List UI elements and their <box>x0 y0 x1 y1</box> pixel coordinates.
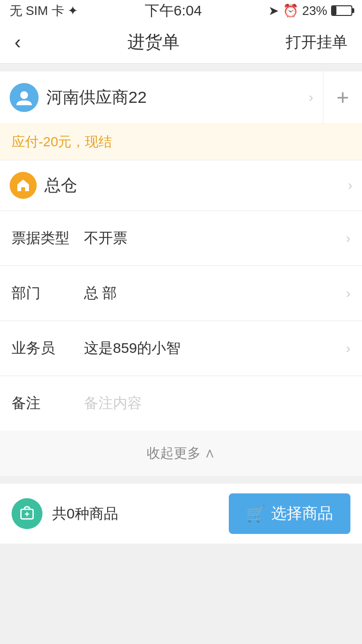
salesperson-value: 这是859的小智 <box>84 338 336 358</box>
collapse-button[interactable]: 收起更多 ∧ <box>0 431 362 476</box>
form-section: 票据类型 不开票 › 部门 总 部 › 业务员 这是859的小智 › 备注 备注… <box>0 211 362 431</box>
nav-bar: ‹ 进货单 打开挂单 <box>0 21 362 64</box>
select-product-label: 选择商品 <box>271 503 333 524</box>
remark-row[interactable]: 备注 备注内容 <box>0 376 362 431</box>
supplier-name: 河南供应商22 <box>46 86 301 109</box>
remark-value[interactable]: 备注内容 <box>84 393 350 413</box>
status-left: 无 SIM 卡 ✦ <box>10 2 78 19</box>
remark-label: 备注 <box>12 393 74 413</box>
warehouse-icon-bg <box>10 172 37 199</box>
user-icon <box>15 89 33 106</box>
svg-point-0 <box>20 91 28 99</box>
salesperson-label: 业务员 <box>12 338 74 358</box>
status-bar: 无 SIM 卡 ✦ 下午6:04 ➤ ⏰ 23% <box>0 0 362 21</box>
salesperson-row[interactable]: 业务员 这是859的小智 › <box>0 321 362 376</box>
invoice-type-value: 不开票 <box>84 228 336 248</box>
battery-percent: 23% <box>302 3 327 18</box>
battery-icon <box>331 5 352 16</box>
invoice-type-row[interactable]: 票据类型 不开票 › <box>0 211 362 266</box>
status-time: 下午6:04 <box>145 1 202 21</box>
supplier-chevron-icon: › <box>309 90 313 105</box>
select-product-button[interactable]: 🛒 选择商品 <box>229 493 350 534</box>
department-chevron-icon: › <box>346 286 350 301</box>
location-icon: ➤ <box>268 3 279 18</box>
notice-banner: 应付-20元，现结 <box>0 124 362 160</box>
department-row[interactable]: 部门 总 部 › <box>0 266 362 321</box>
alarm-icon: ⏰ <box>283 3 298 18</box>
supplier-selector[interactable]: 河南供应商22 › <box>0 71 323 124</box>
page-title: 进货单 <box>127 30 180 54</box>
home-icon <box>15 178 31 193</box>
warehouse-name: 总仓 <box>44 174 340 196</box>
add-supplier-button[interactable]: + <box>323 71 362 124</box>
notice-text: 应付-20元，现结 <box>12 134 112 149</box>
product-count-text: 共0种商品 <box>52 504 219 524</box>
open-pending-button[interactable]: 打开挂单 <box>286 32 348 53</box>
supplier-section: 河南供应商22 › + <box>0 71 362 124</box>
department-value: 总 部 <box>84 283 336 303</box>
warehouse-row[interactable]: 总仓 › <box>0 160 362 210</box>
invoice-type-chevron-icon: › <box>346 231 350 246</box>
bottom-bar: 共0种商品 🛒 选择商品 <box>0 484 362 544</box>
warehouse-chevron-icon: › <box>348 178 352 193</box>
sim-label: 无 SIM 卡 ✦ <box>10 2 78 19</box>
status-right: ➤ ⏰ 23% <box>268 3 352 18</box>
select-product-cart-icon: 🛒 <box>246 504 265 523</box>
supplier-avatar <box>10 83 39 112</box>
salesperson-chevron-icon: › <box>346 341 350 356</box>
back-button[interactable]: ‹ <box>14 31 21 53</box>
separator-1 <box>0 64 362 71</box>
cart-icon <box>18 505 36 522</box>
invoice-type-label: 票据类型 <box>12 228 74 248</box>
product-icon-bg <box>12 498 42 529</box>
department-label: 部门 <box>12 283 74 303</box>
empty-area <box>0 544 362 640</box>
